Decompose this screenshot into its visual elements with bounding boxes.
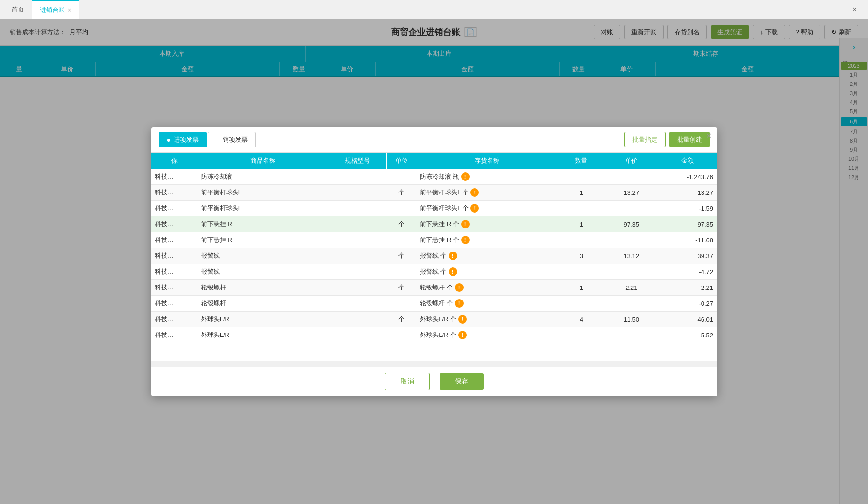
cell-price: 11.50 [605,312,658,327]
cell-spec [328,312,387,327]
tab-income-invoice[interactable]: ● 进项发票 [159,132,207,147]
main-area: 销售成本计算方法： 月平均 商贸企业进销台账 📄 对账 重新开账 存货别名 生成… [0,19,868,504]
cell-amount: -11.68 [658,232,717,248]
cell-spec [328,169,387,185]
tab-active[interactable]: 进销台账 × [32,0,79,19]
col-amount: 金额 [658,153,717,169]
invoice-table: 你 商品名称 规格型号 单位 存货名称 数量 单价 金额 科技… 防冻冷却液 [151,153,717,343]
cell-stock-name: 外球头L/R 个 ! [416,327,558,343]
cell-stock-name: 轮毂螺杆 个 ! [416,280,558,296]
cell-unit [387,296,416,312]
cell-qty: 4 [558,312,605,327]
warn-icon: ! [461,236,470,244]
table-row[interactable]: 科技… 报警线 个 报警线 个 ! 3 13.12 39.37 [151,248,717,264]
cell-unit: 个 [387,280,416,296]
save-button[interactable]: 保存 [440,373,484,390]
cell-price [605,169,658,185]
cell-price: 97.35 [605,216,658,232]
tab-close-icon[interactable]: × [68,7,71,13]
cell-product-name: 外球头L/R [198,327,328,343]
table-row[interactable]: 科技… 前平衡杆球头L 个 前平衡杆球头L 个 ! 1 13.27 13.27 [151,185,717,201]
cell-stock-name: 报警线 个 ! [416,264,558,280]
col-price: 单价 [605,153,658,169]
cell-unit: 个 [387,185,416,201]
cell-qty [558,296,605,312]
batch-assign-button[interactable]: 批量指定 [624,132,666,147]
warn-icon: ! [455,299,464,308]
cell-product-name: 外球头L/R [198,312,328,327]
cell-id: 科技… [151,264,198,280]
cell-product-name: 前平衡杆球头L [198,201,328,216]
cell-price [605,296,658,312]
cell-price [605,327,658,343]
cell-stock-name: 前平衡杆球头L 个 ! [416,201,558,216]
warn-icon: ! [461,172,470,181]
cell-amount: 2.21 [658,280,717,296]
cell-stock-name: 轮毂螺杆 个 ! [416,296,558,312]
cell-unit: 个 [387,312,416,327]
cell-product-name: 前下悬挂 R [198,232,328,248]
cell-product-name: 防冻冷却液 [198,169,328,185]
cell-unit [387,232,416,248]
cell-stock-name: 报警线 个 ! [416,248,558,264]
table-row[interactable]: 科技… 外球头L/R 外球头L/R 个 ! -5.52 [151,327,717,343]
tab-sales-invoice[interactable]: □ 销项发票 [208,132,256,147]
cell-qty [558,201,605,216]
table-row[interactable]: 科技… 外球头L/R 个 外球头L/R 个 ! 4 11.50 46.01 [151,312,717,327]
cell-id: 科技… [151,327,198,343]
income-tab-icon: ● [167,136,171,144]
cell-amount: 46.01 [658,312,717,327]
table-row[interactable]: 科技… 防冻冷却液 防冻冷却液 瓶 ! -1,243.76 [151,169,717,185]
cell-amount: 97.35 [658,216,717,232]
cell-spec [328,296,387,312]
tab-bar: 首页 进销台账 × × [0,0,868,19]
cell-id: 科技… [151,169,198,185]
cell-unit [387,264,416,280]
cell-spec [328,216,387,232]
cancel-button[interactable]: 取消 [385,373,430,390]
cell-amount: -0.27 [658,296,717,312]
modal-close-button[interactable]: × [706,131,712,141]
cell-price: 13.27 [605,185,658,201]
warn-icon: ! [458,331,467,339]
tab-home[interactable]: 首页 [4,0,32,19]
cell-product-name: 前平衡杆球头L [198,185,328,201]
modal-scrollbar[interactable] [151,361,717,367]
cell-unit [387,327,416,343]
sales-tab-icon: □ [216,136,220,144]
cell-id: 科技… [151,280,198,296]
cell-product-name: 前下悬挂 R [198,216,328,232]
cell-qty [558,264,605,280]
cell-product-name: 轮毂螺杆 [198,296,328,312]
modal-dialog: ● 进项发票 □ 销项发票 批量指定 批量创建 × [151,127,717,396]
cell-price: 13.12 [605,248,658,264]
table-row[interactable]: 科技… 前下悬挂 R 前下悬挂 R 个 ! -11.68 [151,232,717,248]
cell-qty [558,169,605,185]
table-row[interactable]: 科技… 报警线 报警线 个 ! -4.72 [151,264,717,280]
cell-amount: -1.59 [658,201,717,216]
cell-price [605,232,658,248]
cell-product-name: 报警线 [198,248,328,264]
col-qty: 数量 [558,153,605,169]
window-close-button[interactable]: × [845,0,864,19]
modal-header-buttons: 批量指定 批量创建 [624,132,710,147]
cell-qty: 3 [558,248,605,264]
table-row[interactable]: 科技… 前平衡杆球头L 前平衡杆球头L 个 ! -1.59 [151,201,717,216]
batch-create-button[interactable]: 批量创建 [669,132,710,147]
warn-icon: ! [449,252,457,260]
table-row[interactable]: 科技… 轮毂螺杆 轮毂螺杆 个 ! -0.27 [151,296,717,312]
table-row[interactable]: 科技… 前下悬挂 R 个 前下悬挂 R 个 ! 1 97.35 97.35 [151,216,717,232]
cell-stock-name: 防冻冷却液 瓶 ! [416,169,558,185]
cell-spec [328,248,387,264]
cell-id: 科技… [151,312,198,327]
modal-header: ● 进项发票 □ 销项发票 批量指定 批量创建 × [151,127,717,153]
cell-amount: -5.52 [658,327,717,343]
col-spec: 规格型号 [328,153,387,169]
cell-spec [328,264,387,280]
cell-amount: -4.72 [658,264,717,280]
cell-unit [387,201,416,216]
cell-id: 科技… [151,216,198,232]
cell-qty: 1 [558,185,605,201]
table-row[interactable]: 科技… 轮毂螺杆 个 轮毂螺杆 个 ! 1 2.21 2.21 [151,280,717,296]
modal-tabs: ● 进项发票 □ 销项发票 [159,132,256,147]
